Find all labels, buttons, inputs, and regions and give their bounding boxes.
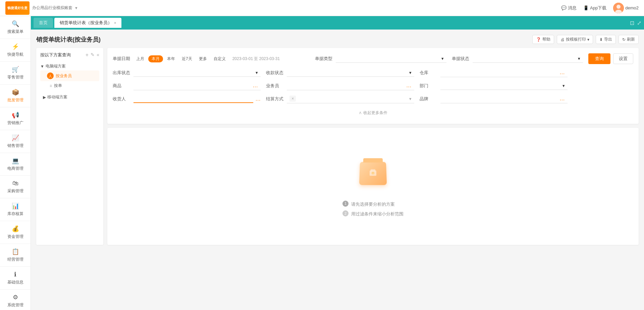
user-name: demo2 [625, 5, 639, 10]
sidebar-item-8[interactable]: 📊库存核算 [0, 198, 31, 221]
empty-illustration: ! [353, 155, 393, 195]
sidebar-item-10[interactable]: 📋经营管理 [0, 244, 31, 267]
edit-scheme-icon[interactable]: ✎ [91, 52, 95, 58]
out-status-label: 出库状态 [113, 70, 131, 76]
date-prev-month[interactable]: 上月 [133, 55, 147, 62]
out-status-select[interactable]: ▾ [133, 69, 261, 77]
action-buttons: 查询 设置 [588, 53, 633, 64]
filter-panel: 单据日期 上月 本月 本年 近7天 更多 自定义 2023-03-01 至 20… [107, 48, 639, 124]
right-area: 单据日期 上月 本月 本年 近7天 更多 自定义 2023-03-01 至 20… [107, 48, 639, 245]
mobile-scheme-title[interactable]: ▶ 移动端方案 [40, 93, 99, 101]
product-dots[interactable]: … [253, 83, 258, 89]
sidebar: 🔍搜索菜单⚡快捷导航🛒零售管理📦批发管理📢营销推广📈销售管理💻电商管理🛍采购管理… [0, 16, 31, 310]
message-icon: 💬 [561, 5, 567, 10]
doc-status-select[interactable]: ▾ [473, 55, 583, 63]
consignee-input[interactable] [133, 95, 253, 103]
receipt-status-select[interactable]: ▾ [287, 69, 414, 77]
date-custom[interactable]: 自定义 [211, 55, 228, 62]
left-panel-header: 按以下方案查询 + ✎ « [40, 52, 99, 58]
svg-text:!: ! [373, 172, 373, 175]
tab-home[interactable]: 首页 [34, 18, 53, 28]
query-button[interactable]: 查询 [588, 53, 610, 64]
sidebar-item-3[interactable]: 📦批发管理 [0, 85, 31, 107]
add-scheme-icon[interactable]: + [86, 52, 89, 58]
settings-button[interactable]: 设置 [613, 53, 633, 64]
svg-text:人: 人 [49, 74, 52, 78]
collapse-bar[interactable]: ∧ 收起更多条件 [113, 107, 633, 118]
filter-row-1: 单据日期 上月 本月 本年 近7天 更多 自定义 2023-03-01 至 20… [113, 53, 633, 64]
app-download-action[interactable]: 📱 App下载 [583, 5, 606, 11]
main-content: 销货单统计表(按业务员) ❓ 帮助 🖨 按模板打印 ▾ ⬇ 导出 ↻ 刷新 [31, 30, 644, 310]
collapse-panel-icon[interactable]: « [97, 52, 99, 58]
pc-scheme-group-title[interactable]: ▼ 电脑端方案 [40, 62, 99, 70]
date-range-text: 2023-03-01 至 2023-03-31 [232, 56, 280, 62]
sidebar-item-5[interactable]: 📈销售管理 [0, 130, 31, 153]
triangle-right-icon: ▶ [43, 95, 46, 100]
date-range-row: 上月 本月 本年 近7天 更多 自定义 2023-03-01 至 2023-03… [133, 55, 310, 62]
left-panel-title: 按以下方案查询 [40, 52, 71, 58]
breadcrumb: 办公用品行业模拟账套 [32, 5, 72, 11]
empty-box-icon: ! [368, 167, 378, 179]
sidebar-item-0[interactable]: 🔍搜索菜单 [0, 16, 31, 39]
print-button[interactable]: 🖨 按模板打印 ▾ [557, 35, 593, 44]
topbar: 畅捷通好生意 办公用品行业模拟账套 ▾ 💬 消息 📱 App下载 demo2 [0, 0, 644, 16]
svg-rect-6 [371, 169, 375, 171]
brand-dots[interactable]: … [559, 96, 565, 102]
sidebar-item-12[interactable]: ⚙系统管理 [0, 290, 31, 310]
sidebar-item-9[interactable]: 💰资金管理 [0, 221, 31, 244]
tab-close-icon[interactable]: × [114, 21, 116, 25]
print-dropdown-icon: ▾ [587, 37, 589, 42]
user-profile[interactable]: demo2 [613, 3, 639, 13]
doc-status-label: 单据状态 [452, 56, 471, 62]
warehouse-dots[interactable]: … [559, 69, 565, 75]
tabbar: 首页 销货单统计表（按业务员） × ⊡ ⤢ [31, 16, 644, 30]
dropdown-icon-4: ▾ [409, 70, 412, 75]
salesperson-dots[interactable]: … [406, 83, 412, 89]
svg-point-1 [616, 5, 621, 9]
filter-doc-status: 单据状态 ▾ [452, 55, 583, 63]
sidebar-item-4[interactable]: 📢营销推广 [0, 107, 31, 130]
topbar-right: 💬 消息 📱 App下载 demo2 [561, 3, 639, 13]
step-1: 1 请先选择要分析的方案 [342, 200, 404, 208]
dropdown-icon: ▾ [441, 56, 444, 61]
tab-active[interactable]: 销货单统计表（按业务员） × [54, 18, 121, 28]
sidebar-item-1[interactable]: ⚡快捷导航 [0, 39, 31, 62]
breadcrumb-dropdown[interactable]: ▾ [75, 5, 77, 10]
date-more[interactable]: 更多 [196, 55, 210, 62]
scheme-item-order[interactable]: ≡ 按单 [40, 81, 99, 90]
sub-scheme-icon: ≡ [50, 84, 52, 88]
scheme-active-icon: 人 [47, 72, 54, 79]
refresh-button[interactable]: ↻ 刷新 [619, 35, 639, 44]
doc-type-select[interactable]: ▾ [336, 55, 446, 63]
sidebar-item-7[interactable]: 🛍采购管理 [0, 176, 31, 198]
payment-tag: × [289, 96, 296, 102]
receipt-status-label: 收款状态 [266, 70, 285, 76]
scheme-item-salesperson[interactable]: 人 按业务员 [40, 70, 99, 81]
salesperson-label: 业务员 [266, 83, 285, 89]
consignee-label: 收货人 [113, 96, 131, 102]
date-this-month[interactable]: 本月 [148, 55, 163, 62]
dept-select[interactable]: ▾ [440, 82, 568, 90]
pc-scheme-group: ▼ 电脑端方案 人 按业务员 ≡ 按单 [40, 62, 99, 90]
app-icon: 📱 [583, 5, 589, 10]
payment-tag-close[interactable]: × [291, 96, 294, 101]
message-action[interactable]: 💬 消息 [561, 5, 577, 11]
date-7days[interactable]: 近7天 [179, 55, 195, 62]
help-button[interactable]: ❓ 帮助 [532, 35, 554, 44]
step2-num: 2 [342, 210, 348, 216]
tab-restore-icon[interactable]: ⊡ [630, 20, 634, 26]
date-this-year[interactable]: 本年 [164, 55, 178, 62]
export-button[interactable]: ⬇ 导出 [596, 35, 616, 44]
sidebar-item-6[interactable]: 💻电商管理 [0, 153, 31, 176]
product-label: 商品 [113, 83, 131, 89]
filter-warehouse: 仓库 … [420, 68, 568, 77]
sidebar-item-11[interactable]: ℹ基础信息 [0, 267, 31, 290]
dropdown-icon-3: ▾ [256, 70, 258, 75]
sidebar-item-2[interactable]: 🛒零售管理 [0, 62, 31, 85]
avatar [613, 3, 624, 13]
warehouse-label: 仓库 [420, 70, 438, 76]
payment-label: 结算方式 [266, 96, 285, 102]
tab-expand-icon[interactable]: ⤢ [637, 20, 641, 26]
date-label: 单据日期 [113, 56, 131, 62]
consignee-dots[interactable]: … [255, 96, 261, 102]
